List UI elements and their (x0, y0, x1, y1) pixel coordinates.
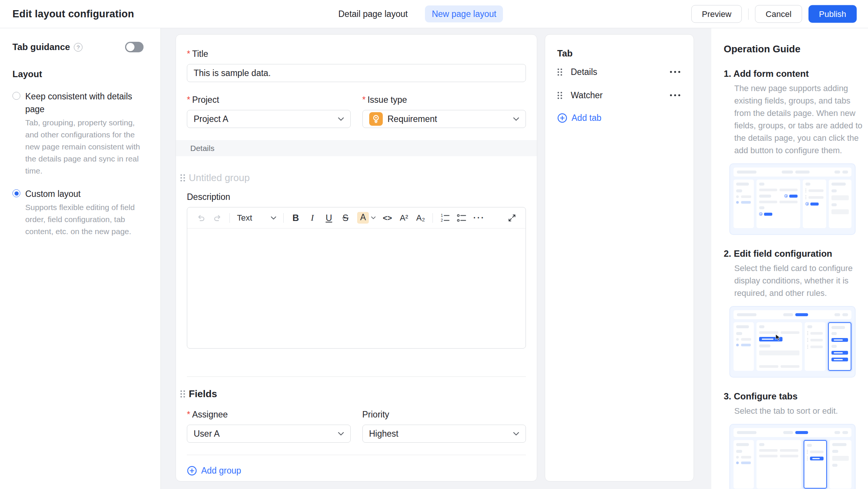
help-icon[interactable]: ? (74, 43, 83, 52)
highlight-icon: A (357, 212, 369, 224)
required-asterisk: * (362, 95, 366, 105)
plus-circle-icon (187, 466, 197, 476)
code-icon[interactable]: <> (380, 210, 395, 225)
radio-selected-icon[interactable] (12, 189, 20, 197)
chevron-down-icon (513, 432, 519, 436)
subscript-icon[interactable]: A₂ (413, 210, 428, 225)
publish-button[interactable]: Publish (808, 5, 857, 23)
step-title: 3. Configure tabs (724, 391, 860, 402)
option-description: Tab, grouping, property sorting, and oth… (25, 117, 144, 177)
drag-handle-icon[interactable] (557, 68, 562, 76)
priority-select[interactable]: Highest (362, 425, 526, 443)
svg-text:1: 1 (441, 213, 443, 218)
form-preview-card: *Title *Project Project A *Issue type (176, 34, 537, 481)
expand-editor-icon[interactable] (504, 210, 520, 225)
more-tools-icon[interactable]: ··· (471, 210, 487, 225)
priority-field: Priority Highest (362, 410, 526, 443)
toolbar-separator (283, 213, 284, 223)
chevron-down-icon (371, 216, 376, 219)
lightbulb-icon (369, 112, 383, 126)
cancel-button[interactable]: Cancel (755, 5, 802, 23)
assignee-label: Assignee (192, 410, 228, 419)
guide-illustration-add-content (729, 163, 856, 235)
assignee-value: User A (194, 429, 338, 439)
editor-toolbar: Text B I U S A <> A² A₂ (187, 207, 526, 229)
underline-icon[interactable]: U (321, 210, 336, 225)
undo-icon[interactable] (193, 210, 208, 225)
page-title: Edit layout configuration (12, 8, 134, 20)
group-title: Fields (189, 388, 217, 400)
guide-step-1: 1. Add form content The new page support… (724, 69, 860, 235)
title-label: Title (192, 49, 208, 59)
tab-row-details[interactable]: Details (557, 62, 683, 82)
priority-label: Priority (362, 410, 390, 419)
bold-icon[interactable]: B (288, 210, 303, 225)
issue-type-label: Issue type (367, 95, 407, 105)
svg-text:2: 2 (441, 218, 443, 222)
option-custom-layout[interactable]: Custom layout Supports flexible editing … (12, 187, 144, 238)
preview-button[interactable]: Preview (691, 5, 742, 23)
redo-icon[interactable] (210, 210, 225, 225)
title-input[interactable] (187, 64, 526, 82)
issue-type-field: *Issue type Requirement (362, 95, 526, 128)
step-description: The new page supports adding existing fi… (734, 82, 863, 157)
app-header: Edit layout configuration Detail page la… (0, 0, 868, 28)
operation-guide-panel: Operation Guide 1. Add form content The … (711, 28, 868, 489)
toolbar-separator (432, 213, 433, 223)
tab-guidance-row: Tab guidance ? (12, 42, 144, 52)
chevron-down-icon (271, 216, 276, 219)
tab-detail-page-layout[interactable]: Detail page layout (332, 6, 414, 23)
italic-icon[interactable]: I (305, 210, 320, 225)
project-value: Project A (194, 114, 338, 124)
tab-new-page-layout[interactable]: New page layout (425, 6, 503, 23)
more-options-icon[interactable] (667, 69, 683, 75)
radio-unselected-icon[interactable] (12, 92, 20, 100)
group-untitled[interactable]: Untitled group (180, 172, 526, 184)
priority-value: Highest (369, 429, 513, 439)
drag-handle-icon[interactable] (557, 91, 562, 99)
cursor-icon (775, 334, 781, 341)
chevron-down-icon (513, 117, 519, 121)
guide-illustration-edit-field (729, 306, 856, 378)
option-keep-consistent[interactable]: Keep consistent with details page Tab, g… (12, 90, 144, 177)
tab-row-watcher[interactable]: Watcher (557, 85, 683, 105)
active-tab-label[interactable]: Details (190, 144, 214, 153)
group-divider (187, 455, 526, 455)
layout-heading: Layout (12, 69, 144, 79)
add-group-button[interactable]: Add group (187, 466, 241, 476)
assignee-select[interactable]: User A (187, 425, 351, 443)
option-label: Custom layout (25, 187, 144, 200)
chevron-down-icon (338, 432, 344, 436)
paragraph-style-dropdown[interactable]: Text (234, 210, 279, 225)
bullet-list-icon[interactable] (454, 210, 469, 225)
step-title: 1. Add form content (724, 69, 860, 79)
more-options-icon[interactable] (667, 92, 683, 98)
editor-content-area[interactable] (187, 229, 526, 348)
guide-heading: Operation Guide (724, 43, 860, 55)
project-select[interactable]: Project A (187, 110, 351, 128)
strikethrough-icon[interactable]: S (338, 210, 353, 225)
highlight-color-dropdown[interactable]: A (355, 210, 378, 225)
toolbar-separator (229, 213, 230, 223)
guide-step-2: 2. Edit field configuration Select the f… (724, 248, 860, 378)
drag-handle-icon[interactable] (180, 390, 185, 398)
group-fields[interactable]: Fields (180, 388, 526, 400)
tab-list-card: Tab Details Watcher Add tab (545, 34, 694, 481)
tab-guidance-toggle[interactable] (125, 42, 144, 52)
required-asterisk: * (187, 95, 190, 105)
option-label: Keep consistent with details page (25, 90, 144, 116)
step-description: Select the field card to configure displ… (734, 262, 863, 299)
tab-panel-heading: Tab (557, 48, 683, 59)
layout-mode-tabs: Detail page layout New page layout (332, 6, 503, 23)
issue-type-select[interactable]: Requirement (362, 110, 526, 128)
layout-canvas: *Title *Project Project A *Issue type (161, 28, 711, 489)
guide-illustration-configure-tabs (729, 424, 856, 489)
rich-text-editor: Text B I U S A <> A² A₂ (187, 207, 526, 349)
drag-handle-icon[interactable] (180, 174, 185, 182)
add-tab-label: Add tab (572, 113, 601, 123)
add-tab-button[interactable]: Add tab (557, 113, 601, 123)
assignee-field: *Assignee User A (187, 410, 351, 443)
ordered-list-icon[interactable]: 12 (437, 210, 452, 225)
superscript-icon[interactable]: A² (396, 210, 411, 225)
chevron-down-icon (338, 117, 344, 121)
